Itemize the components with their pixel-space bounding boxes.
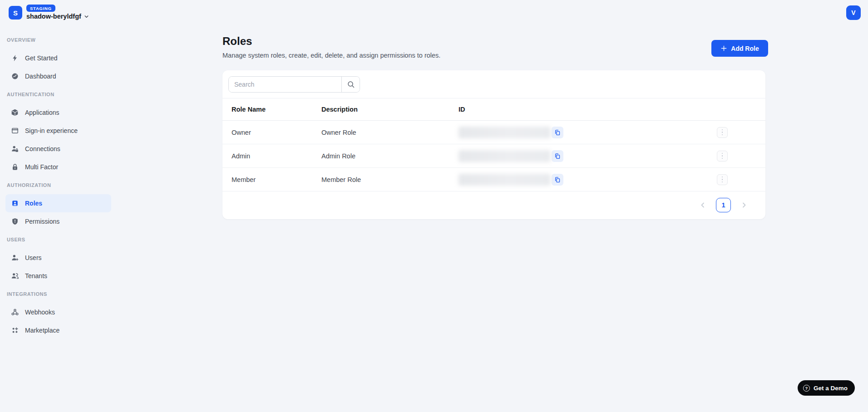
sidebar-item-get-started[interactable]: Get Started (0, 49, 111, 67)
table-header-row: Role Name Description ID (222, 98, 765, 121)
cell-description: Owner Role (321, 129, 459, 136)
sidebar-item-permissions[interactable]: Permissions (0, 212, 111, 231)
previous-page-button[interactable] (699, 201, 706, 209)
sidebar-item-label: Tenants (25, 272, 47, 280)
chevron-down-icon (84, 14, 89, 20)
nav-section-label-authentication: AUTHENTICATION (0, 85, 111, 103)
cell-actions (717, 127, 765, 138)
sidebar-item-label: Webhooks (25, 309, 55, 316)
add-role-button[interactable]: Add Role (711, 40, 768, 57)
environment-badge: STAGING (26, 5, 55, 12)
copy-id-button[interactable] (552, 174, 563, 186)
add-role-label: Add Role (731, 45, 759, 52)
sidebar-item-label: Roles (25, 200, 42, 207)
cell-actions (717, 174, 765, 185)
copy-icon (554, 129, 561, 136)
search-button[interactable] (341, 77, 360, 92)
nav-section-label-users: USERS (0, 231, 111, 249)
cell-id (459, 127, 717, 138)
cell-id (459, 174, 717, 186)
column-header-role-name: Role Name (222, 106, 321, 113)
sidebar-item-label: Get Started (25, 54, 58, 62)
gauge-icon (11, 73, 19, 80)
cell-actions (717, 151, 765, 162)
roles-card: Role Name Description ID OwnerOwner Role… (222, 70, 765, 219)
search-icon (347, 80, 355, 88)
search-input[interactable] (229, 77, 341, 92)
sidebar-item-label: Dashboard (25, 73, 56, 80)
copy-icon (554, 177, 561, 183)
sidebar-item-label: Permissions (25, 218, 59, 225)
tenant-name: shadow-beryldfgf (26, 13, 81, 20)
tenant-dropdown[interactable]: shadow-beryldfgf (26, 13, 89, 20)
sidebar-item-marketplace[interactable]: Marketplace (0, 321, 111, 339)
sidebar-item-label: Sign-in experience (25, 127, 78, 134)
lightning-icon (11, 54, 19, 62)
redacted-id-value (459, 174, 551, 186)
page-title: Roles (222, 35, 252, 48)
page-number-button[interactable]: 1 (716, 198, 731, 212)
redacted-id-value (459, 150, 551, 162)
shield-icon (11, 218, 19, 225)
column-header-description: Description (321, 106, 459, 113)
sidebar-item-sign-in-experience[interactable]: Sign-in experience (0, 122, 111, 140)
sidebar-item-multi-factor[interactable]: Multi Factor (0, 158, 111, 176)
sidebar-item-users[interactable]: Users (0, 249, 111, 267)
copy-id-button[interactable] (552, 127, 563, 138)
search-group (228, 76, 360, 93)
sidebar-item-dashboard[interactable]: Dashboard (0, 67, 111, 85)
sidebar-item-connections[interactable]: Connections (0, 140, 111, 158)
cell-role-name: Member (222, 176, 321, 183)
row-actions-menu-button[interactable] (717, 174, 728, 185)
sidebar-item-applications[interactable]: Applications (0, 103, 111, 122)
cell-description: Member Role (321, 176, 459, 183)
nav-section-label-authorization: AUTHORIZATION (0, 176, 111, 194)
cell-id (459, 150, 717, 162)
table-body: OwnerOwner RoleAdminAdmin RoleMemberMemb… (222, 121, 765, 191)
column-header-id: ID (459, 106, 717, 113)
next-page-button[interactable] (740, 201, 748, 209)
row-actions-menu-button[interactable] (717, 151, 728, 162)
sidebar-item-tenants[interactable]: Tenants (0, 267, 111, 285)
grid-plus-icon (11, 327, 19, 334)
copy-icon (554, 153, 561, 159)
tenant-logo: S (9, 6, 22, 20)
cell-role-name: Admin (222, 152, 321, 160)
search-row (222, 70, 765, 98)
copy-id-button[interactable] (552, 150, 563, 162)
get-a-demo-button[interactable]: ? Get a Demo (798, 380, 855, 396)
get-a-demo-label: Get a Demo (814, 385, 848, 392)
chevron-left-icon (699, 201, 706, 209)
table-row-admin: AdminAdmin Role (222, 144, 765, 168)
people-icon (11, 272, 19, 280)
sidebar-item-webhooks[interactable]: Webhooks (0, 303, 111, 321)
browser-window-icon (11, 127, 19, 134)
id-badge-icon (11, 200, 19, 207)
page-subtitle: Manage system roles, create, edit, delet… (222, 52, 440, 59)
webhook-icon (11, 309, 19, 316)
person-plus-icon (11, 254, 19, 261)
sidebar: OVERVIEWGet StartedDashboardAUTHENTICATI… (0, 31, 111, 339)
pagination: 1 (222, 191, 765, 219)
lock-icon (11, 163, 19, 171)
chevron-right-icon (740, 201, 748, 209)
cell-description: Admin Role (321, 152, 459, 160)
person-lock-icon (11, 145, 19, 152)
sidebar-item-label: Marketplace (25, 327, 59, 334)
cell-role-name: Owner (222, 129, 321, 136)
table-row-owner: OwnerOwner Role (222, 121, 765, 144)
nav-section-label-integrations: INTEGRATIONS (0, 285, 111, 303)
sidebar-item-roles[interactable]: Roles (5, 194, 111, 212)
redacted-id-value (459, 127, 551, 138)
question-circle-icon: ? (803, 385, 810, 392)
nav-section-label-overview: OVERVIEW (0, 31, 111, 49)
table-row-member: MemberMember Role (222, 168, 765, 191)
tenant-switcher[interactable]: S STAGING shadow-beryldfgf (9, 5, 89, 20)
sidebar-item-label: Applications (25, 109, 59, 116)
row-actions-menu-button[interactable] (717, 127, 728, 138)
user-avatar[interactable]: V (846, 5, 861, 20)
sidebar-item-label: Connections (25, 145, 60, 152)
plus-icon (720, 45, 727, 52)
sidebar-item-label: Multi Factor (25, 163, 58, 171)
cube-icon (11, 109, 19, 116)
